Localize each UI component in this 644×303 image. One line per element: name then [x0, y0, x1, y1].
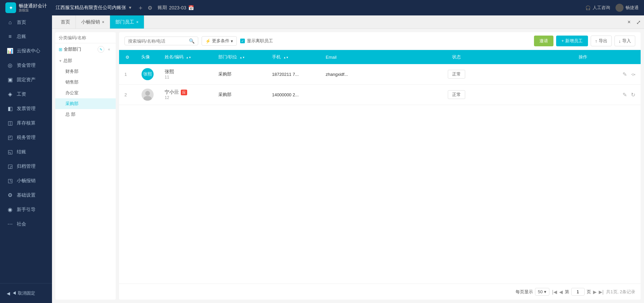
- sidebar-item-payroll[interactable]: ◈ 工资: [0, 87, 52, 101]
- row2-edit-icon[interactable]: ✎: [623, 92, 627, 98]
- sidebar-label-invoice: 发票管理: [17, 106, 36, 112]
- row2-actions-group: ✎ ↻: [531, 92, 635, 98]
- per-page-label: 每页显示: [516, 289, 533, 295]
- page-number-input[interactable]: [571, 288, 585, 296]
- col-dept[interactable]: 部门/职位 ▲▼: [213, 50, 267, 64]
- col-settings[interactable]: ⚙: [119, 50, 136, 64]
- next-page-btn[interactable]: ▶: [593, 289, 597, 295]
- import-label: 导入: [622, 38, 631, 44]
- company-selector[interactable]: 江西服宝精品有限责任公司内账张 ▼: [56, 5, 132, 11]
- dept-node-xiaoshou[interactable]: 销售部: [55, 77, 116, 88]
- dept-tree: ▼ 总部 财务部 销售部 办公室 采购部: [55, 55, 116, 122]
- last-page-btn[interactable]: ▶|: [599, 289, 604, 295]
- first-page-btn[interactable]: |◀: [552, 289, 557, 295]
- sidebar-item-expense[interactable]: ◳ 小畅报销: [0, 173, 52, 188]
- more-icon: ⋯: [7, 221, 13, 227]
- dept-search-input[interactable]: [59, 35, 115, 40]
- filter-icon: ⚡: [205, 39, 211, 44]
- sidebar-item-tax[interactable]: ◰ 税务管理: [0, 130, 52, 145]
- sidebar-item-invoice[interactable]: ◧ 发票管理: [0, 101, 52, 116]
- sidebar-label-tax: 税务管理: [17, 135, 36, 141]
- prev-page-btn[interactable]: ◀: [559, 289, 563, 295]
- svg-point-1: [144, 96, 152, 101]
- ledger-icon: ≡: [7, 34, 13, 40]
- invite-button[interactable]: 邀请: [534, 36, 553, 46]
- col-name[interactable]: 姓名/编码 ▲▼: [159, 50, 213, 64]
- dept-collapse-btn[interactable]: «: [106, 46, 112, 53]
- row1-name-group: 张熙 11: [165, 69, 208, 80]
- per-page-dropdown[interactable]: 50 ▾: [535, 288, 549, 296]
- table-row: 1 张熙 张熙 11 采购部: [119, 64, 641, 85]
- sidebar-label-checkout: 结账: [17, 149, 26, 155]
- sidebar-item-archive[interactable]: ◲ 归档管理: [0, 159, 52, 173]
- show-resign-toggle[interactable]: ✓ 显示离职员工: [240, 38, 273, 44]
- all-dept-label: 全部部门: [64, 46, 81, 52]
- employee-search-icon[interactable]: 🔍: [189, 38, 195, 44]
- dept-edit-btn[interactable]: ✎: [98, 46, 104, 53]
- employee-search-input[interactable]: [128, 39, 187, 44]
- window-close-button[interactable]: ×: [628, 19, 631, 25]
- row1-logout-icon[interactable]: ⤼: [631, 71, 635, 78]
- topbar: ✦ 畅捷通好会计 旗舰版 江西服宝精品有限责任公司内账张 ▼ ＋ ⚙ 账期 20…: [0, 0, 644, 15]
- row1-num: 1: [119, 64, 136, 85]
- support-button[interactable]: 🎧 人工咨询: [585, 5, 610, 11]
- sidebar-item-checkout[interactable]: ◱ 结账: [0, 145, 52, 159]
- logo-text-group: 畅捷通好会计 旗舰版: [19, 3, 47, 13]
- table-header: ⚙ 头像 姓名/编码 ▲▼ 部门/职位 ▲▼: [119, 50, 641, 64]
- sidebar-item-reports[interactable]: 📊 云报表中心: [0, 44, 52, 58]
- sidebar-item-settings[interactable]: ⚙ 基础设置: [0, 188, 52, 202]
- export-label: 导出: [599, 38, 607, 44]
- sidebar-item-fixed-assets[interactable]: ▣ 固定资产: [0, 72, 52, 87]
- sidebar-item-more[interactable]: ⋯ 社会: [0, 217, 52, 231]
- row1-edit-icon[interactable]: ✎: [623, 71, 627, 78]
- more-filter-button[interactable]: ⚡ 更多条件 ▾: [202, 36, 237, 46]
- settings-icon[interactable]: ⚙: [148, 5, 152, 11]
- row2-status: 正常: [387, 85, 526, 105]
- dept-label-bangong: 办公室: [65, 90, 78, 95]
- sidebar-item-general-ledger[interactable]: ≡ 总账: [0, 30, 52, 44]
- col-phone[interactable]: 手机 ▲▼: [267, 50, 320, 64]
- tax-icon: ◰: [7, 134, 13, 141]
- row2-refresh-icon[interactable]: ↻: [631, 92, 635, 98]
- app-sub: 旗舰版: [19, 8, 47, 12]
- add-account-button[interactable]: ＋: [138, 4, 144, 12]
- app-name: 畅捷通好会计: [19, 3, 47, 9]
- tab-expense[interactable]: 小畅报销 ×: [76, 15, 110, 29]
- inventory-icon: ◫: [7, 120, 13, 126]
- col-email: Email: [320, 50, 387, 64]
- sidebar-item-home[interactable]: ⌂ 首页: [0, 15, 52, 30]
- sidebar: ⌂ 首页 ≡ 总账 📊 云报表中心 ◎ 资金管理 ▣ 固定资产 ◈ 工资 ◧ 发…: [0, 15, 52, 303]
- calendar-icon[interactable]: 📅: [188, 5, 194, 10]
- dept-node-bangong[interactable]: 办公室: [55, 88, 116, 98]
- dept-node-caiwu[interactable]: 财务部: [55, 66, 116, 77]
- dept-node-caigou[interactable]: 采购部: [55, 98, 116, 109]
- expense-icon: ◳: [7, 178, 13, 184]
- tab-expense-close[interactable]: ×: [102, 20, 104, 24]
- cancel-pin-icon: ◀: [7, 291, 10, 296]
- tab-dept-employee-close[interactable]: ×: [136, 20, 139, 24]
- sidebar-item-capital[interactable]: ◎ 资金管理: [0, 58, 52, 72]
- filter-label: 更多条件: [212, 38, 229, 44]
- tab-dept-employee[interactable]: 部门员工 ×: [110, 15, 144, 29]
- settings-gear-icon: ⚙: [7, 192, 13, 198]
- user-menu[interactable]: 畅捷通: [615, 4, 639, 12]
- page-nav: |◀ ◀ 第 页 ▶ ▶|: [552, 288, 603, 296]
- all-dept-header[interactable]: ⊞ 全部部门 ✎ «: [55, 43, 116, 55]
- dept-label-zongbu: 总部: [63, 58, 72, 64]
- show-resign-checkbox[interactable]: ✓: [240, 39, 245, 43]
- sidebar-item-guide[interactable]: ◉ 新手引导: [0, 202, 52, 217]
- sidebar-item-inventory[interactable]: ◫ 库存核算: [0, 116, 52, 130]
- employee-toolbar: 🔍 ⚡ 更多条件 ▾ ✓ 显示离职员工 邀请 + 新增员工: [119, 32, 641, 50]
- row2-email: [320, 85, 387, 105]
- add-employee-button[interactable]: + 新增员工: [556, 36, 588, 46]
- dept-sort-arrows: ▲▼: [239, 56, 245, 59]
- page-label: 页: [587, 289, 591, 295]
- window-expand-button[interactable]: ⤢: [636, 19, 641, 25]
- export-button[interactable]: ↑ 导出: [591, 36, 612, 46]
- import-button[interactable]: ↓ 导入: [614, 36, 636, 46]
- sidebar-label-guide: 新手引导: [17, 207, 36, 213]
- tab-home[interactable]: 首页: [55, 15, 76, 29]
- dept-node-zongbu[interactable]: ▼ 总部: [55, 55, 116, 66]
- cancel-pin-button[interactable]: ◀ ◀ 取消固定: [0, 287, 52, 300]
- dept-node-zong[interactable]: 总 部: [55, 109, 116, 120]
